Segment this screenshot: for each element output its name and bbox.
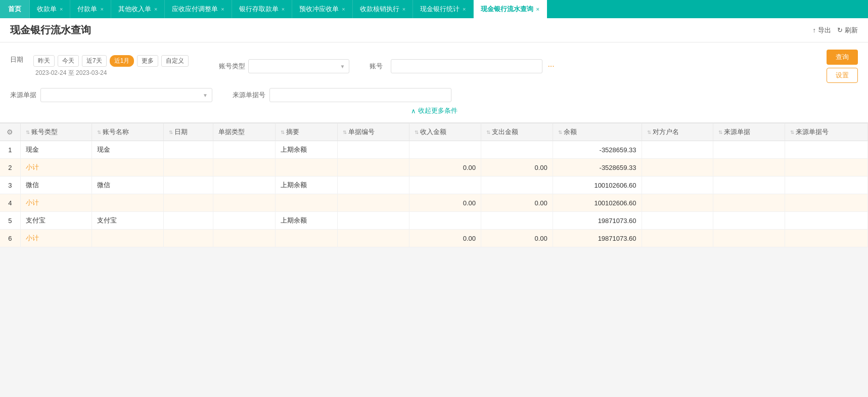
cell-account_type: 支付宝 — [20, 212, 92, 230]
cell-source_doc — [713, 212, 785, 230]
cell-idx: 6 — [0, 230, 20, 247]
close-tab-5-icon[interactable]: × — [342, 6, 345, 12]
cell-idx: 1 — [0, 141, 20, 159]
account-type-select[interactable]: ▼ — [248, 59, 349, 73]
cell-doc_type — [213, 230, 275, 247]
close-tab-8-icon[interactable]: × — [536, 6, 539, 12]
cell-doc_type — [213, 194, 275, 212]
cell-counterparty — [642, 141, 713, 159]
cell-source_doc_no — [785, 177, 868, 194]
cell-source_doc_no — [785, 230, 868, 247]
date-btn-more[interactable]: 更多 — [137, 55, 158, 67]
cell-account_name: 现金 — [92, 141, 164, 159]
close-tab-7-icon[interactable]: × — [463, 6, 466, 12]
filter-area: 日期 昨天 今天 近7天 近1月 更多 自定义 2023-02-24 至 202… — [0, 42, 868, 123]
cell-source_doc — [713, 194, 785, 212]
gear-icon[interactable]: ⚙ — [7, 128, 13, 136]
cell-doc_type — [213, 177, 275, 194]
cell-date — [164, 230, 213, 247]
nav-home[interactable]: 首页 — [0, 0, 30, 18]
cell-counterparty — [642, 230, 713, 247]
data-table: ⚙ ⇅账号类型 ⇅账号名称 ⇅日期 单据类型 ⇅摘要 ⇅单据编号 ⇅收入金额 ⇅… — [0, 123, 868, 247]
source-doc-select[interactable]: ▼ — [40, 88, 212, 102]
date-btn-7days[interactable]: 近7天 — [82, 55, 107, 67]
nav-tab-label-5: 预收冲应收单 — [299, 5, 339, 14]
date-filter-label: 日期 — [10, 55, 28, 64]
cell-source_doc — [713, 159, 785, 177]
date-buttons: 昨天 今天 近7天 近1月 更多 自定义 — [33, 55, 189, 67]
close-tab-6-icon[interactable]: × — [402, 6, 405, 12]
action-buttons: 查询 设置 — [827, 50, 858, 83]
settings-button[interactable]: 设置 — [827, 68, 858, 83]
cell-source_doc_no — [785, 159, 868, 177]
nav-tab-2[interactable]: 其他收入单 × — [111, 0, 165, 18]
nav-tab-label-2: 其他收入单 — [118, 5, 151, 14]
close-tab-4-icon[interactable]: × — [282, 6, 285, 12]
export-button[interactable]: ↑ 导出 — [813, 26, 832, 35]
col-header-counterparty: ⇅对方户名 — [642, 123, 713, 141]
account-type-filter: 账号类型 ▼ — [219, 59, 349, 73]
close-tab-3-icon[interactable]: × — [221, 6, 224, 12]
date-btn-custom[interactable]: 自定义 — [161, 55, 189, 67]
cell-counterparty — [642, 177, 713, 194]
close-tab-2-icon[interactable]: × — [154, 6, 157, 12]
close-tab-1-icon[interactable]: × — [100, 6, 103, 12]
cell-account_type: 小计 — [20, 230, 92, 247]
cell-balance: 100102606.60 — [553, 177, 642, 194]
nav-tab-3[interactable]: 应收应付调整单 × — [165, 0, 232, 18]
nav-tab-0[interactable]: 收款单 × — [30, 0, 70, 18]
cell-balance: -3528659.33 — [553, 141, 642, 159]
account-label: 账号 — [370, 62, 388, 71]
table-row: 3微信微信上期余额100102606.60 — [0, 177, 868, 194]
nav-tab-label-8: 现金银行流水查询 — [481, 5, 533, 14]
cell-account_name: 支付宝 — [92, 212, 164, 230]
date-btn-yesterday[interactable]: 昨天 — [33, 55, 55, 67]
cell-expense — [481, 141, 553, 159]
nav-tab-8[interactable]: 现金银行流水查询 × — [474, 0, 547, 18]
cell-account_name — [92, 194, 164, 212]
date-btn-today[interactable]: 今天 — [58, 55, 79, 67]
date-btn-1month[interactable]: 近1月 — [110, 55, 134, 67]
source-doc-label: 来源单据 — [10, 91, 36, 100]
source-doc-no-input[interactable] — [269, 88, 451, 102]
cell-source_doc — [713, 141, 785, 159]
cell-account_name: 微信 — [92, 177, 164, 194]
cell-idx: 3 — [0, 177, 20, 194]
collapse-row: ∧ 收起更多条件 — [10, 106, 858, 115]
cell-doc_no — [338, 230, 409, 247]
cell-summary — [276, 159, 338, 177]
chevron-up-icon: ∧ — [411, 107, 416, 115]
col-header-income: ⇅收入金额 — [409, 123, 481, 141]
cell-income — [409, 212, 481, 230]
filter-row-1: 日期 昨天 今天 近7天 近1月 更多 自定义 2023-02-24 至 202… — [10, 50, 858, 83]
cell-account_name — [92, 230, 164, 247]
date-options-wrapper: 昨天 今天 近7天 近1月 更多 自定义 2023-02-24 至 2023-0… — [33, 55, 189, 77]
collapse-button[interactable]: ∧ 收起更多条件 — [411, 106, 458, 115]
cell-summary — [276, 230, 338, 247]
cell-income: 0.00 — [409, 194, 481, 212]
cell-source_doc_no — [785, 212, 868, 230]
account-more-icon[interactable]: ··· — [547, 62, 554, 71]
nav-tab-label-3: 应收应付调整单 — [172, 5, 218, 14]
cell-doc_type — [213, 212, 275, 230]
close-tab-0-icon[interactable]: × — [60, 6, 63, 12]
cell-counterparty — [642, 194, 713, 212]
cell-idx: 5 — [0, 212, 20, 230]
header-actions: ↑ 导出 ↻ 刷新 — [813, 26, 858, 35]
cell-summary: 上期余额 — [276, 212, 338, 230]
table-container: ⚙ ⇅账号类型 ⇅账号名称 ⇅日期 单据类型 ⇅摘要 ⇅单据编号 ⇅收入金额 ⇅… — [0, 123, 868, 247]
col-header-doc-no: ⇅单据编号 — [338, 123, 409, 141]
collapse-label: 收起更多条件 — [418, 106, 458, 115]
nav-tab-7[interactable]: 现金银行统计 × — [413, 0, 473, 18]
query-button[interactable]: 查询 — [827, 50, 858, 65]
nav-tab-5[interactable]: 预收冲应收单 × — [292, 0, 352, 18]
cell-date — [164, 194, 213, 212]
refresh-button[interactable]: ↻ 刷新 — [837, 26, 858, 35]
nav-tab-1[interactable]: 付款单 × — [70, 0, 111, 18]
source-doc-no-filter: 来源单据号 — [233, 88, 451, 102]
nav-tab-6[interactable]: 收款核销执行 × — [353, 0, 413, 18]
date-filter-group: 日期 昨天 今天 近7天 近1月 更多 自定义 2023-02-24 至 202… — [10, 55, 189, 77]
cell-doc_no — [338, 177, 409, 194]
account-input[interactable] — [391, 59, 542, 73]
nav-tab-4[interactable]: 银行存取款单 × — [232, 0, 292, 18]
